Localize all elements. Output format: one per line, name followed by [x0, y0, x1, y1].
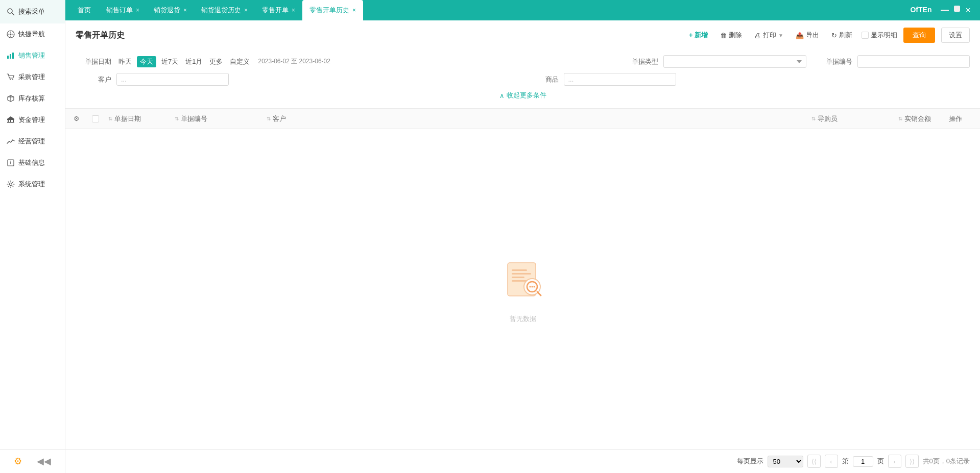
sort-icon: ⇅ [811, 116, 816, 121]
tab-sales-order-close[interactable]: × [136, 7, 139, 14]
tab-retail-open-history-label: 零售开单历史 [309, 6, 349, 15]
page-title: 零售开单历史 [76, 30, 125, 41]
maximize-button[interactable] [954, 6, 960, 12]
tab-sales-order[interactable]: 销售订单 × [99, 0, 147, 20]
delete-button[interactable]: 🗑 删除 [717, 29, 745, 42]
tab-retail-open-history[interactable]: 零售开单历史 × [302, 0, 363, 20]
svg-rect-16 [13, 120, 14, 122]
brand-label: OfTEn [910, 6, 931, 15]
tab-sales-return-label: 销货退货 [154, 6, 180, 15]
bill-type-select[interactable] [663, 55, 806, 68]
date-opt-1month[interactable]: 近1月 [183, 56, 204, 67]
refresh-button[interactable]: ↻ 刷新 [828, 29, 855, 42]
page-prev-icon: ‹ [830, 458, 832, 465]
tab-sales-return-close[interactable]: × [183, 7, 187, 14]
th-settings[interactable]: ⚙ [69, 115, 88, 122]
th-num: ⇅ 单据编号 [171, 114, 262, 123]
svg-rect-24 [512, 277, 524, 278]
cart-icon [6, 72, 15, 82]
display-detail-checkbox[interactable]: 显示明细 [862, 31, 897, 40]
customer-label: 客户 [76, 75, 116, 84]
sidebar-item-finance[interactable]: 资金管理 [0, 109, 65, 131]
tab-retail-open-history-close[interactable]: × [352, 7, 356, 14]
sidebar-item-operations[interactable]: 经营管理 [0, 131, 65, 152]
add-button[interactable]: + 新增 [686, 29, 711, 42]
query-button[interactable]: 查询 [903, 28, 935, 43]
page-first-button[interactable]: ⟨⟨ [807, 455, 821, 468]
sidebar-item-sales-mgmt[interactable]: 销售管理 [0, 45, 65, 66]
tab-home[interactable]: 首页 [69, 0, 99, 20]
th-date: ⇅ 单据日期 [104, 114, 171, 123]
bill-no-input[interactable] [857, 55, 970, 68]
page-suffix: 页 [877, 457, 884, 466]
date-opt-yesterday[interactable]: 昨天 [116, 56, 134, 67]
th-amount-label: 实销金额 [904, 114, 931, 123]
tab-retail-open-close[interactable]: × [292, 7, 295, 14]
page-prev-button[interactable]: ‹ [825, 455, 838, 468]
svg-rect-4 [7, 56, 9, 59]
customer-picker[interactable]: ... [116, 73, 229, 86]
th-action: 操作 [935, 114, 976, 123]
th-guide-label: 导购员 [818, 114, 838, 123]
page-first-icon: ⟨⟨ [811, 458, 817, 465]
tab-retail-open[interactable]: 零售开单 × [255, 0, 302, 20]
sidebar-item-label: 销售管理 [18, 51, 45, 60]
minimize-button[interactable] [941, 10, 949, 11]
page-number-input[interactable] [853, 456, 873, 467]
svg-line-28 [537, 292, 541, 295]
sidebar-item-basic-info[interactable]: 基础信息 [0, 152, 65, 173]
sidebar-item-quick-nav[interactable]: 快捷导航 [0, 23, 65, 45]
sidebar-item-system-mgmt[interactable]: 系统管理 [0, 173, 65, 195]
close-button[interactable]: × [965, 6, 971, 15]
th-client: ⇅ 客户 [262, 114, 807, 123]
customer-dots: ... [121, 76, 127, 83]
page-next-button[interactable]: › [888, 455, 901, 468]
svg-point-30 [531, 286, 533, 287]
table-settings-icon[interactable]: ⚙ [74, 115, 80, 122]
svg-marker-13 [7, 116, 14, 119]
cube-icon [6, 94, 15, 103]
select-all-checkbox[interactable] [92, 115, 99, 122]
print-chevron-icon: ▼ [778, 33, 783, 38]
info-icon [6, 158, 15, 167]
sidebar-search[interactable]: 搜索采单 [0, 0, 65, 23]
date-opt-more[interactable]: 更多 [207, 56, 225, 67]
goods-picker[interactable]: ... [564, 73, 676, 86]
table-container: ⚙ ⇅ 单据日期 ⇅ 单据编号 ⇅ 客户 ⇅ [65, 109, 980, 449]
setting-button[interactable]: 设置 [941, 28, 970, 43]
toolbar: + 新增 🗑 删除 🖨 打印 ▼ 📤 导出 ↻ [686, 28, 970, 43]
tab-sales-return[interactable]: 销货退货 × [147, 0, 194, 20]
date-opt-custom[interactable]: 自定义 [228, 56, 252, 67]
tab-sales-return-history[interactable]: 销货退货历史 × [194, 0, 255, 20]
date-opt-today[interactable]: 今天 [137, 56, 156, 67]
empty-illustration [497, 255, 548, 306]
bill-no-label: 单据编号 [817, 57, 857, 66]
export-button[interactable]: 📤 导出 [793, 29, 822, 42]
collapse-icon[interactable]: ◀◀ [37, 456, 51, 467]
bank-icon [6, 115, 15, 125]
th-checkbox[interactable] [88, 115, 104, 122]
print-button[interactable]: 🖨 打印 ▼ [751, 29, 786, 42]
sidebar-item-label: 库存核算 [18, 94, 45, 103]
tab-sales-return-history-close[interactable]: × [244, 7, 248, 14]
svg-point-3 [10, 34, 12, 35]
sidebar-item-inventory[interactable]: 库存核算 [0, 88, 65, 109]
per-page-select[interactable]: 50 20 100 [768, 456, 803, 467]
gear-icon[interactable]: ⚙ [14, 456, 22, 467]
th-amount: ⇅ 实销金额 [869, 114, 935, 123]
date-options: 昨天 今天 近7天 近1月 更多 自定义 2023-06-02 至 2023-0… [116, 56, 330, 67]
sidebar-item-label: 系统管理 [18, 180, 45, 189]
th-guide: ⇅ 导购员 [807, 114, 869, 123]
sidebar-item-purchase-mgmt[interactable]: 采购管理 [0, 66, 65, 88]
svg-point-29 [529, 286, 531, 287]
sort-icon: ⇅ [175, 116, 179, 121]
collapse-button[interactable]: ∧ 收起更多条件 [499, 91, 546, 100]
trending-up-icon [6, 137, 15, 146]
date-opt-7days[interactable]: 近7天 [159, 56, 180, 67]
page-last-button[interactable]: ⟩⟩ [905, 455, 919, 468]
sort-icon: ⇅ [108, 116, 112, 121]
empty-text: 暂无数据 [510, 314, 536, 323]
display-detail-check-box[interactable] [862, 32, 869, 39]
sort-icon: ⇅ [267, 116, 271, 121]
main-area: 首页 销售订单 × 销货退货 × 销货退货历史 × 零售开单 × 零售开单历史 … [65, 0, 980, 473]
